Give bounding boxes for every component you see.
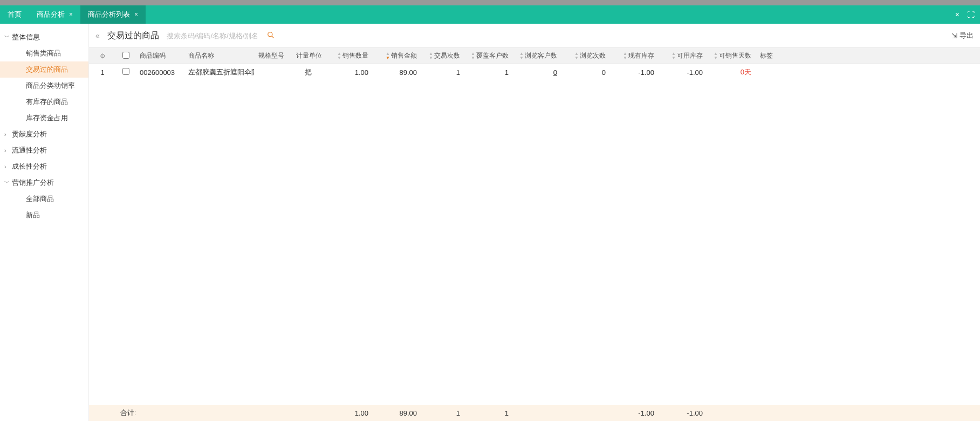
sidebar-section-marketing: ﹀ 营销推广分析 全部商品 新品 (0, 175, 88, 223)
chevron-right-icon: › (4, 132, 6, 137)
page-title: 交易过的商品 (107, 30, 159, 42)
sidebar-section-label: 贡献度分析 (12, 129, 47, 139)
footer-browsecnt (561, 405, 610, 421)
cell-tag (756, 64, 980, 81)
sidebar-section-label: 流通性分析 (12, 146, 47, 155)
gear-icon: ⚙ (100, 52, 106, 60)
svg-point-0 (268, 32, 272, 36)
main-area: ﹀ 整体信息 销售类商品 交易过的商品 商品分类动销率 有库存的商品 库存资金占… (0, 24, 980, 421)
chevron-down-icon: ﹀ (4, 179, 10, 187)
chevron-right-icon: › (4, 148, 6, 154)
footer-browsecust (513, 405, 561, 421)
export-label: 导出 (960, 31, 974, 40)
footer-stock: -1.00 (610, 405, 659, 421)
cell-qty: 1.00 (324, 64, 373, 81)
col-settings[interactable]: ⚙ (89, 48, 116, 64)
cell-spec (254, 64, 292, 81)
cell-stock: -1.00 (610, 64, 659, 81)
sidebar-item-traded-goods[interactable]: 交易过的商品 (0, 61, 88, 78)
col-name[interactable]: 商品名称 (184, 48, 254, 64)
col-saledays[interactable]: ▲▼可销售天数 (707, 48, 756, 64)
sidebar-section-circulation: › 流通性分析 (0, 142, 88, 158)
footer-label: 合计: (116, 405, 135, 421)
close-icon[interactable]: × (134, 11, 138, 18)
sidebar-header-marketing[interactable]: ﹀ 营销推广分析 (0, 175, 88, 191)
sidebar: ﹀ 整体信息 销售类商品 交易过的商品 商品分类动销率 有库存的商品 库存资金占… (0, 24, 89, 421)
search-input[interactable] (167, 32, 264, 40)
close-icon[interactable]: × (69, 11, 73, 18)
window-top-strip (0, 0, 980, 5)
table-footer-row: 合计: 1.00 89.00 1 1 -1.00 -1.00 (89, 405, 980, 421)
col-unit[interactable]: 计量单位 (292, 48, 324, 64)
col-covercust[interactable]: ▲▼覆盖客户数 (464, 48, 513, 64)
table-row[interactable]: 1 002600003 左都胶囊五折遮阳伞防晒伞; 把 1.00 89.00 1… (89, 64, 980, 81)
cell-idx: 1 (89, 64, 116, 81)
cell-name: 左都胶囊五折遮阳伞防晒伞; (184, 64, 254, 81)
sidebar-header-overall[interactable]: ﹀ 整体信息 (0, 29, 88, 45)
sidebar-item-new-goods[interactable]: 新品 (0, 207, 88, 223)
sort-icon: ▲▼ (519, 52, 524, 60)
row-checkbox[interactable] (122, 68, 129, 75)
cell-covercust: 1 (464, 64, 513, 81)
col-browsecust[interactable]: ▲▼浏览客户数 (513, 48, 561, 64)
col-avail[interactable]: ▲▼可用库存 (659, 48, 707, 64)
search-wrap (167, 31, 275, 40)
sidebar-section-contribution: › 贡献度分析 (0, 126, 88, 142)
col-stock[interactable]: ▲▼现有库存 (610, 48, 659, 64)
sidebar-section-overall: ﹀ 整体信息 销售类商品 交易过的商品 商品分类动销率 有库存的商品 库存资金占… (0, 29, 88, 126)
sidebar-section-label: 整体信息 (12, 32, 40, 42)
sort-icon: ▲▼ (574, 52, 579, 60)
tab-product-analysis-list[interactable]: 商品分析列表 × (80, 5, 146, 24)
data-table: ⚙ 商品编码 商品名称 规格型号 计量单位 ▲▼销售数量 ▲▼销售金额 ▲▼交易… (89, 47, 980, 80)
sidebar-header-growth[interactable]: › 成长性分析 (0, 158, 88, 175)
footer-table: 合计: 1.00 89.00 1 1 -1.00 -1.00 (89, 405, 980, 421)
export-icon: ⇲ (951, 32, 957, 40)
col-amount[interactable]: ▲▼销售金额 (373, 48, 421, 64)
footer-qty: 1.00 (324, 405, 373, 421)
cell-avail: -1.00 (659, 64, 707, 81)
close-all-icon[interactable]: × (955, 10, 960, 19)
sidebar-item-category-sellrate[interactable]: 商品分类动销率 (0, 78, 88, 94)
sort-icon: ▲▼ (337, 52, 341, 60)
export-button[interactable]: ⇲ 导出 (951, 31, 974, 40)
cell-txcount: 1 (421, 64, 464, 81)
footer-txcount: 1 (421, 405, 464, 421)
sidebar-item-all-goods[interactable]: 全部商品 (0, 191, 88, 207)
sidebar-header-contribution[interactable]: › 贡献度分析 (0, 126, 88, 142)
col-qty[interactable]: ▲▼销售数量 (324, 48, 373, 64)
col-code[interactable]: 商品编码 (135, 48, 184, 64)
tab-label: 首页 (8, 10, 22, 19)
cell-browsecust[interactable]: 0 (513, 64, 561, 81)
tab-home[interactable]: 首页 (0, 5, 29, 24)
sidebar-item-sales-goods[interactable]: 销售类商品 (0, 45, 88, 61)
table-wrap: ⚙ 商品编码 商品名称 规格型号 计量单位 ▲▼销售数量 ▲▼销售金额 ▲▼交易… (89, 47, 980, 405)
fullscreen-icon[interactable]: ⛶ (967, 10, 975, 19)
tab-product-analysis[interactable]: 商品分析 × (29, 5, 80, 24)
sidebar-section-growth: › 成长性分析 (0, 158, 88, 175)
sidebar-item-stock-capital[interactable]: 库存资金占用 (0, 110, 88, 126)
footer-saledays (707, 405, 756, 421)
sidebar-header-circulation[interactable]: › 流通性分析 (0, 142, 88, 158)
col-select-all[interactable] (116, 48, 135, 64)
tab-label: 商品分析 (37, 10, 65, 19)
collapse-sidebar-icon[interactable]: « (95, 31, 100, 40)
footer-covercust: 1 (464, 405, 513, 421)
sidebar-item-instock-goods[interactable]: 有库存的商品 (0, 94, 88, 110)
col-spec[interactable]: 规格型号 (254, 48, 292, 64)
table-header-row: ⚙ 商品编码 商品名称 规格型号 计量单位 ▲▼销售数量 ▲▼销售金额 ▲▼交易… (89, 48, 980, 64)
sort-icon: ▲▼ (471, 52, 475, 60)
col-txcount[interactable]: ▲▼交易次数 (421, 48, 464, 64)
chevron-right-icon: › (4, 164, 6, 170)
tab-label: 商品分析列表 (88, 10, 130, 19)
browse-cust-link[interactable]: 0 (553, 68, 557, 77)
footer-amount: 89.00 (373, 405, 421, 421)
tab-bar: 首页 商品分析 × 商品分析列表 × × ⛶ (0, 5, 980, 24)
sort-icon: ▲▼ (714, 52, 718, 60)
col-browsecnt[interactable]: ▲▼浏览次数 (561, 48, 610, 64)
content-area: « 交易过的商品 ⇲ 导出 ⚙ (89, 24, 980, 421)
search-icon[interactable] (267, 31, 275, 40)
footer-avail: -1.00 (659, 405, 707, 421)
select-all-checkbox[interactable] (122, 52, 129, 59)
tabbar-right-controls: × ⛶ (955, 5, 978, 24)
col-tag[interactable]: 标签 (756, 48, 980, 64)
